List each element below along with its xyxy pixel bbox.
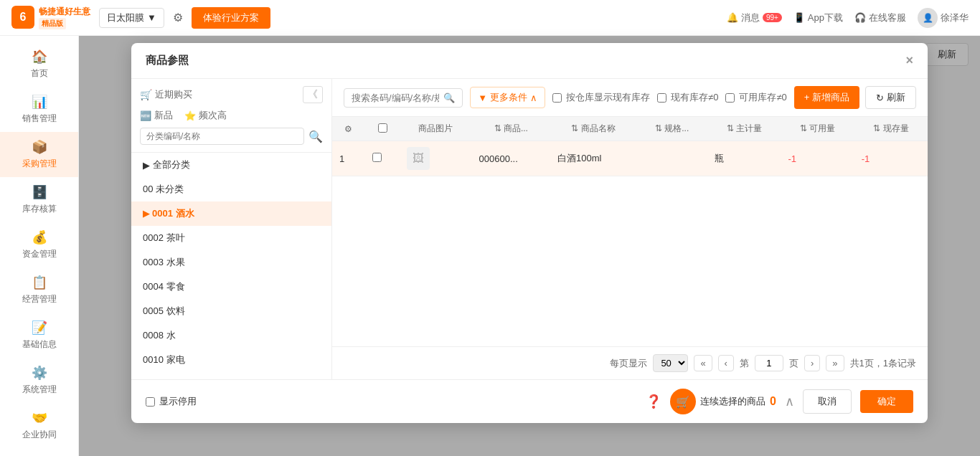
per-page-label: 每页显示: [610, 357, 647, 370]
checkbox-warehouse-input[interactable]: [552, 93, 562, 103]
user-btn[interactable]: 👤 徐泽华: [918, 8, 969, 28]
recent-purchase-btn[interactable]: 🛒 近期购买: [140, 88, 192, 101]
first-page-button[interactable]: «: [694, 355, 712, 371]
category-item-0004[interactable]: 0004 零食: [131, 275, 331, 299]
category-item-0003[interactable]: 0003 水果: [131, 250, 331, 275]
collapse-button[interactable]: 《: [303, 86, 323, 103]
select-all-checkbox[interactable]: [378, 123, 387, 133]
category-item-00[interactable]: 00 未分类: [131, 177, 331, 201]
product-table-wrap: ⚙ 商品图片 ⇅ 商品... ⇅ 商品名称 ⇅ 规格... ⇅ 主计量 ⇅ 可用…: [332, 117, 928, 346]
col-stock[interactable]: ⇅ 现存量: [854, 117, 928, 141]
footer-collapse-icon[interactable]: ∧: [785, 394, 794, 409]
cat-0001-label: 0001 酒水: [152, 207, 194, 220]
next-page-button[interactable]: ›: [804, 355, 820, 371]
category-item-0008[interactable]: 0008 水: [131, 323, 331, 348]
col-spec[interactable]: ⇅ 规格...: [636, 117, 707, 141]
sidebar-item-guide[interactable]: 🎓 新手引导: [0, 448, 78, 456]
sidebar-label-system: 系统管理: [22, 384, 57, 396]
all-category-label: 全部分类: [153, 158, 190, 171]
checkbox-available-nonzero-input[interactable]: [725, 93, 735, 103]
sidebar-item-operation[interactable]: 📋 经营管理: [0, 267, 78, 313]
last-page-button[interactable]: »: [826, 355, 844, 371]
cat-0008-label: 0008 水: [143, 329, 176, 342]
cancel-button[interactable]: 取消: [803, 389, 852, 414]
col-code[interactable]: ⇅ 商品...: [472, 117, 550, 141]
product-search-icon[interactable]: 🔍: [443, 92, 455, 103]
branch-selector[interactable]: 日太阳膜 ▼: [99, 8, 164, 28]
product-search-input[interactable]: [352, 92, 439, 103]
main-layout: 🏠 首页 📊 销售管理 📦 采购管理 🗄️ 库存核算 💰 资金管理 📋 经营管理…: [0, 36, 980, 456]
headset-icon: 🎧: [854, 12, 866, 23]
app-download-btn[interactable]: 📱 App下载: [793, 11, 843, 24]
sidebar-label-home: 首页: [31, 67, 48, 80]
category-search-icon[interactable]: 🔍: [308, 130, 323, 143]
checkbox-warehouse: 按仓库显示现有库存: [552, 91, 650, 104]
col-available[interactable]: ⇅ 可用量: [781, 117, 854, 141]
sidebar-item-sales[interactable]: 📊 销售管理: [0, 87, 78, 132]
sidebar-item-home[interactable]: 🏠 首页: [0, 42, 78, 87]
sidebar-label-sales: 销售管理: [22, 113, 57, 125]
trial-button[interactable]: 体验行业方案: [192, 7, 270, 29]
operation-icon: 📋: [32, 275, 47, 290]
table-row[interactable]: 1 🖼 000600... 白酒100ml 瓶: [332, 141, 928, 176]
sidebar-item-system[interactable]: ⚙️ 系统管理: [0, 358, 78, 403]
sidebar-item-collab[interactable]: 🤝 企业协同: [0, 403, 78, 448]
row-select-checkbox[interactable]: [372, 153, 382, 162]
sidebar-item-inventory[interactable]: 🗄️ 库存核算: [0, 177, 78, 222]
logo: 6 畅捷通好生意 精品版: [11, 6, 90, 30]
sidebar-label-operation: 经营管理: [22, 293, 57, 305]
cat-0004-label: 0004 零食: [143, 280, 185, 293]
left-panel-actions: 🛒 近期购买 《: [131, 86, 331, 109]
messages-badge: 99+: [763, 13, 782, 22]
sidebar-item-purchase[interactable]: 📦 采购管理: [0, 132, 78, 177]
filter-label: 更多条件: [490, 91, 527, 104]
cat-0002-label: 0002 茶叶: [143, 232, 185, 244]
app-download-label: App下载: [808, 11, 843, 24]
messages-label: 消息: [741, 11, 760, 24]
row-stock: -1: [854, 141, 928, 176]
per-page-select[interactable]: 50: [653, 354, 688, 372]
sidebar-label-purchase: 采购管理: [22, 158, 57, 170]
online-service-btn[interactable]: 🎧 在线客服: [854, 11, 906, 24]
sidebar-item-basic[interactable]: 📝 基础信息: [0, 313, 78, 358]
left-panel: 🛒 近期购买 《 🆕 新品 ⭐ 频次: [131, 79, 332, 379]
add-product-button[interactable]: + 新增商品: [794, 86, 859, 109]
all-category-item[interactable]: ▶ 全部分类: [131, 153, 331, 177]
row-code: 000600...: [472, 141, 550, 176]
help-icon[interactable]: ❓: [646, 394, 661, 409]
category-item-0005[interactable]: 0005 饮料: [131, 299, 331, 323]
modal-close-button[interactable]: ×: [905, 53, 913, 68]
inventory-icon: 🗄️: [32, 184, 47, 200]
category-search-input[interactable]: [146, 131, 298, 141]
checkbox-stock-nonzero: 现有库存≠0: [657, 91, 718, 104]
modal-body: 🛒 近期购买 《 🆕 新品 ⭐ 频次: [131, 79, 928, 379]
row-name: 白酒100ml: [550, 141, 636, 176]
messages-btn[interactable]: 🔔 消息 99+: [727, 11, 782, 24]
checkbox-stock-nonzero-input[interactable]: [657, 93, 666, 103]
show-disabled-checkbox[interactable]: [146, 397, 155, 407]
settings-icon[interactable]: ⚙: [173, 11, 183, 24]
cat-0005-label: 0005 饮料: [143, 305, 185, 318]
logo-text: 畅捷通好生意 精品版: [39, 6, 90, 30]
freq-btn-label: 频次高: [199, 109, 227, 122]
category-item-0010[interactable]: 0010 家电: [131, 348, 331, 372]
col-settings[interactable]: ⚙: [332, 117, 365, 141]
confirm-button[interactable]: 确定: [860, 390, 913, 413]
prev-page-button[interactable]: ‹: [718, 355, 734, 371]
row-checkbox: [365, 141, 400, 176]
col-unit[interactable]: ⇅ 主计量: [707, 117, 781, 141]
cart-wrap[interactable]: 🛒 连续选择的商品 0: [670, 389, 776, 414]
category-item-0002[interactable]: 0002 茶叶: [131, 226, 331, 250]
sidebar-item-finance[interactable]: 💰 资金管理: [0, 222, 78, 267]
filter-button[interactable]: ▼ 更多条件 ∧: [470, 87, 545, 108]
new-product-btn[interactable]: 🆕 新品: [140, 109, 173, 122]
freq-btn[interactable]: ⭐ 频次高: [184, 109, 227, 122]
online-service-label: 在线客服: [869, 11, 906, 24]
sidebar-label-finance: 资金管理: [22, 248, 57, 260]
row-unit: 瓶: [707, 141, 781, 176]
sidebar-label-collab: 企业协同: [22, 429, 57, 441]
category-item-0001[interactable]: ▶ 0001 酒水: [131, 201, 331, 226]
refresh-button[interactable]: ↻ 刷新: [865, 86, 916, 109]
col-name[interactable]: ⇅ 商品名称: [550, 117, 636, 141]
page-number-input[interactable]: [755, 355, 783, 371]
